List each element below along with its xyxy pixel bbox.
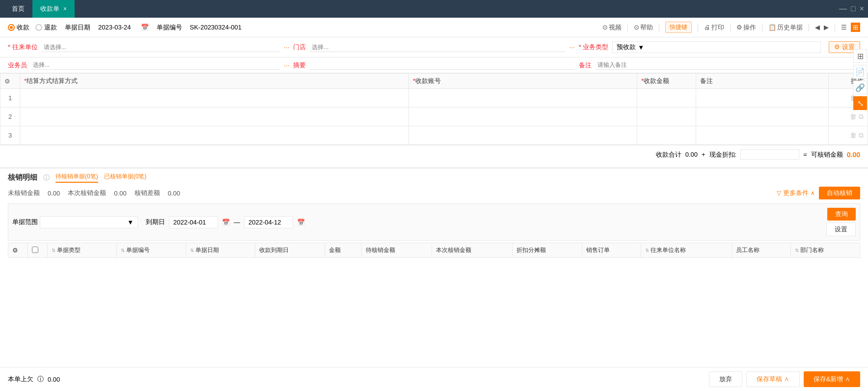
card-view-icon[interactable]: ⊞ <box>851 23 860 32</box>
partner-input[interactable] <box>42 43 280 52</box>
nav-tab-label: 收款单 <box>40 4 59 13</box>
window-close-icon[interactable]: × <box>860 4 864 13</box>
date-range-field: 到期日 📅 — 📅 <box>146 216 305 228</box>
hexiao-info-icon[interactable]: ⓘ <box>43 173 50 182</box>
col-current-amount: 本次核销金额 <box>432 243 512 258</box>
refund-radio[interactable]: 退款 <box>35 23 57 32</box>
nav-next-icon[interactable]: ▶ <box>824 24 829 31</box>
diff-value: 0.00 <box>168 190 180 197</box>
current-page-label: 本单上欠 <box>8 375 33 384</box>
refund-radio-dot <box>35 24 42 31</box>
salesperson-more-icon[interactable]: ··· <box>284 61 290 69</box>
range-select[interactable]: ▼ <box>40 216 138 228</box>
row-2-remark[interactable] <box>696 108 828 126</box>
row-3-account[interactable] <box>408 126 637 145</box>
col-settings-icon[interactable]: ⚙ <box>12 247 18 254</box>
amount-col-header: *收款金额 <box>637 74 696 89</box>
shortcut-btn[interactable]: 快捷键 <box>665 22 692 33</box>
nav-prev-icon[interactable]: ◀ <box>815 24 820 31</box>
print-btn[interactable]: 🖨 打印 <box>704 23 724 32</box>
row-1-amount[interactable] <box>637 89 696 108</box>
row-2-account[interactable] <box>408 108 637 126</box>
date-from-input[interactable] <box>169 216 218 228</box>
main-content: 收款 退款 单据日期 2023-03-24 📅 单据编号 SK-20230324… <box>0 18 868 391</box>
calendar-from-icon[interactable]: 📅 <box>222 219 230 226</box>
summary-input[interactable] <box>310 60 574 70</box>
current-page-icon[interactable]: ⓘ <box>37 375 44 384</box>
discount-input[interactable] <box>740 149 799 160</box>
hexiao-settings-btn[interactable]: 设置 <box>826 223 856 236</box>
col-employee: 员工名称 <box>732 243 791 258</box>
col-checkbox <box>28 243 48 258</box>
row-1-remark[interactable] <box>696 89 828 108</box>
more-conditions-btn[interactable]: ▽ 更多条件 ∧ <box>777 189 815 197</box>
discount-label: 现金折扣: <box>709 150 737 159</box>
sidebar-link-icon[interactable]: 🔗 <box>853 81 867 94</box>
col-due-date: 收款到期日 <box>255 243 325 258</box>
save-new-btn[interactable]: 保存&新增 ∧ <box>804 371 860 387</box>
remark-col-header: 备注 <box>696 74 828 89</box>
store-input[interactable] <box>310 43 565 52</box>
nav-home[interactable]: 首页 <box>4 0 32 18</box>
partner-more-icon[interactable]: ··· <box>284 43 290 51</box>
history-btn[interactable]: 📋 历史单据 <box>768 23 803 32</box>
abandon-btn[interactable]: 放弃 <box>709 371 742 387</box>
hexiao-table: ⚙ ⇅ 单据类型 ⇅ 单据编号 ⇅ 单据日期 收款到期日 金额 待核销金额 本次… <box>8 243 860 258</box>
maximize-icon[interactable]: □ <box>851 4 856 13</box>
date-to-input[interactable] <box>244 216 293 228</box>
col-discount: 折扣分摊额 <box>512 243 582 258</box>
business-type-dropdown-icon: ▼ <box>638 44 644 51</box>
row-3-settlement[interactable] <box>20 126 409 145</box>
number-value: SK-20230324-001 <box>190 24 242 31</box>
hexiao-tab-pending[interactable]: 待核销单据(0笔) <box>55 172 98 183</box>
hexiao-header: 核销明细 ⓘ 待核销单据(0笔) 已核销单据(0笔) <box>8 172 860 183</box>
sidebar-expand-icon[interactable]: ⤡ <box>853 96 867 110</box>
nav-tab-receipt[interactable]: 收款单 × <box>32 0 75 18</box>
save-draft-btn[interactable]: 保存草稿 ∧ <box>746 371 800 387</box>
col-doc-date: ⇅ 单据日期 <box>186 243 255 258</box>
calendar-to-icon[interactable]: 📅 <box>297 219 305 226</box>
date-calendar-icon[interactable]: 📅 <box>141 24 149 31</box>
video-btn[interactable]: ⊙ 视频 <box>602 23 622 32</box>
row-num-2: 2 <box>0 108 20 126</box>
help-btn[interactable]: ⊙ 帮助 <box>634 23 653 32</box>
operation-btn[interactable]: ⚙ 操作 <box>736 23 756 32</box>
table-row: 3 🗑 ⧉ <box>0 126 868 145</box>
col-pending-amount: 待核销金额 <box>362 243 432 258</box>
receipt-radio-dot <box>8 24 15 31</box>
unverified-value: 0.00 <box>48 190 60 197</box>
col-settings: ⚙ <box>8 243 28 258</box>
store-label: 门店 <box>293 43 306 52</box>
row-num-3: 3 <box>0 126 20 145</box>
row-1-account[interactable] <box>408 89 637 108</box>
row-3-amount[interactable] <box>637 126 696 145</box>
refund-label: 退款 <box>44 23 57 32</box>
list-view-icon[interactable]: ☰ <box>841 24 847 31</box>
salesperson-input[interactable] <box>31 60 280 70</box>
row-2-settlement[interactable] <box>20 108 409 126</box>
date-label: 单据日期 <box>65 23 90 32</box>
table-settings-icon[interactable]: ⚙ <box>4 78 10 85</box>
date-value: 2023-03-24 <box>98 24 131 31</box>
row-1-settlement[interactable] <box>20 89 409 108</box>
receipts-table: ⚙ *结算方式结算方式 *收款账号 *收款金额 备注 操作 <box>0 73 868 145</box>
sidebar-doc-icon[interactable]: 📄 <box>853 65 867 79</box>
date-range-dash: — <box>234 219 240 226</box>
range-select-arrow: ▼ <box>127 219 134 226</box>
hexiao-title: 核销明细 <box>8 173 37 182</box>
receipt-refund-radio: 收款 退款 <box>8 23 57 32</box>
business-type-select[interactable]: 预收款 ▼ <box>612 41 821 53</box>
right-sidebar: ⊞ 📄 🔗 ⤡ <box>852 49 868 366</box>
minimize-icon[interactable]: — <box>839 4 847 13</box>
row-3-remark[interactable] <box>696 126 828 145</box>
sidebar-table-icon[interactable]: ⊞ <box>853 49 867 63</box>
query-btn[interactable]: 查询 <box>827 208 856 221</box>
store-more-icon[interactable]: ··· <box>569 43 575 51</box>
row-2-amount[interactable] <box>637 108 696 126</box>
hexiao-tab-done[interactable]: 已核销单据(0笔) <box>104 172 147 183</box>
nav-tab-close[interactable]: × <box>63 5 67 12</box>
bottom-bar: 本单上欠 ⓘ 0.00 放弃 保存草稿 ∧ 保存&新增 ∧ <box>0 367 868 391</box>
select-all-checkbox[interactable] <box>32 247 38 253</box>
remark-input[interactable] <box>596 60 860 70</box>
receipt-radio[interactable]: 收款 <box>8 23 29 32</box>
